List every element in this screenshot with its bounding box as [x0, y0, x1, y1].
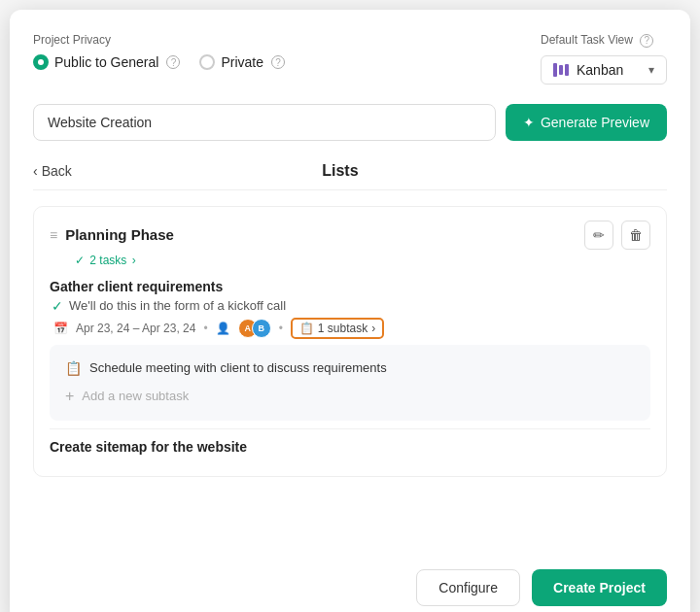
configure-button[interactable]: Configure — [416, 569, 520, 606]
kanban-bar-1 — [553, 63, 557, 77]
task-1-desc: We'll do this in the form of a kickoff c… — [69, 298, 286, 313]
task-count: ✓ 2 tasks › — [75, 254, 650, 267]
private-radio[interactable] — [199, 54, 215, 70]
planning-phase-list: ≡ Planning Phase ✏ 🗑 ✓ 2 tasks › Gather … — [33, 206, 667, 477]
search-row: ✦ Generate Preview — [33, 104, 667, 141]
list-header: ≡ Planning Phase ✏ 🗑 — [50, 221, 650, 250]
delete-list-button[interactable]: 🗑 — [621, 221, 650, 250]
privacy-section: Project Privacy Public to General ? Priv… — [33, 33, 285, 70]
search-input[interactable] — [33, 104, 496, 141]
task-check-icon: ✓ — [52, 298, 63, 314]
kanban-icon — [553, 63, 569, 77]
sparkle-icon: ✦ — [523, 115, 535, 130]
privacy-label: Project Privacy — [33, 33, 285, 47]
privacy-options: Public to General ? Private ? — [33, 54, 285, 70]
avatar-2: B — [252, 319, 271, 338]
subtask-row-1: 📋 Schedule meeting with client to discus… — [61, 355, 639, 382]
public-label: Public to General — [54, 54, 158, 70]
task-count-chevron: › — [132, 254, 136, 267]
kanban-bar-3 — [565, 64, 569, 76]
task-1-main: Gather client requirements ✓ We'll do th… — [50, 279, 650, 339]
footer: Configure Create Project — [33, 554, 667, 612]
task-1-date: Apr 23, 24 – Apr 23, 24 — [76, 322, 195, 335]
task-view-value: Kanban — [577, 62, 623, 78]
task-1-title: Gather client requirements — [50, 279, 650, 294]
task-2-title: Create sitemap for the website — [50, 439, 650, 455]
task-1-meta-row: 📅 Apr 23, 24 – Apr 23, 24 • 👤 A B • 📋 1 … — [50, 318, 650, 339]
drag-handle-icon[interactable]: ≡ — [50, 227, 57, 243]
back-button[interactable]: ‹ Back — [33, 163, 72, 179]
task-2: Create sitemap for the website — [50, 428, 650, 462]
nav-row: ‹ Back Lists — [33, 153, 667, 190]
task-1-desc-row: ✓ We'll do this in the form of a kickoff… — [50, 298, 650, 314]
subtask-badge[interactable]: 📋 1 subtask › — [291, 318, 384, 339]
private-info-icon[interactable]: ? — [271, 55, 285, 69]
separator-2: • — [279, 322, 283, 335]
back-chevron-icon: ‹ — [33, 163, 38, 179]
kanban-bar-2 — [559, 65, 563, 75]
nav-title: Lists — [322, 162, 358, 180]
create-project-button[interactable]: Create Project — [532, 569, 667, 606]
generate-preview-button[interactable]: ✦ Generate Preview — [506, 104, 667, 141]
project-modal: Project Privacy Public to General ? Priv… — [10, 10, 690, 612]
chevron-down-icon: ▾ — [648, 63, 654, 77]
delete-icon: 🗑 — [629, 227, 643, 243]
edit-icon: ✏ — [593, 227, 605, 243]
public-radio[interactable] — [33, 54, 49, 70]
edit-list-button[interactable]: ✏ — [584, 221, 613, 250]
list-actions: ✏ 🗑 — [584, 221, 650, 250]
public-info-icon[interactable]: ? — [166, 55, 180, 69]
top-row: Project Privacy Public to General ? Priv… — [33, 33, 667, 85]
task-1: Gather client requirements ✓ We'll do th… — [50, 279, 650, 421]
public-option[interactable]: Public to General ? — [33, 54, 180, 70]
subtask-chevron-icon: › — [371, 322, 375, 335]
task-view-dropdown[interactable]: Kanban ▾ — [541, 55, 667, 85]
subtask-item-icon: 📋 — [65, 360, 82, 376]
subtask-1-title: Schedule meeting with client to discuss … — [89, 360, 387, 375]
user-icon: 👤 — [216, 322, 230, 335]
add-icon: + — [65, 388, 74, 405]
list-title: Planning Phase — [65, 226, 174, 243]
calendar-icon: 📅 — [53, 322, 68, 335]
subtask-list: 📋 Schedule meeting with client to discus… — [50, 345, 650, 421]
default-task-label: Default Task View ? — [541, 33, 667, 48]
separator-1: • — [203, 322, 207, 335]
default-task-section: Default Task View ? Kanban ▾ — [541, 33, 667, 85]
subtask-label: 1 subtask — [318, 322, 368, 335]
check-mark: ✓ — [75, 254, 85, 267]
avatar-group: A B — [238, 319, 271, 338]
add-subtask-label: Add a new subtask — [82, 389, 189, 403]
task-view-info-icon[interactable]: ? — [640, 34, 653, 48]
subtask-list-icon: 📋 — [299, 322, 314, 335]
private-option[interactable]: Private ? — [199, 54, 285, 70]
list-header-left: ≡ Planning Phase — [50, 226, 174, 243]
add-subtask-row[interactable]: + Add a new subtask — [61, 382, 639, 411]
private-label: Private — [221, 54, 263, 70]
